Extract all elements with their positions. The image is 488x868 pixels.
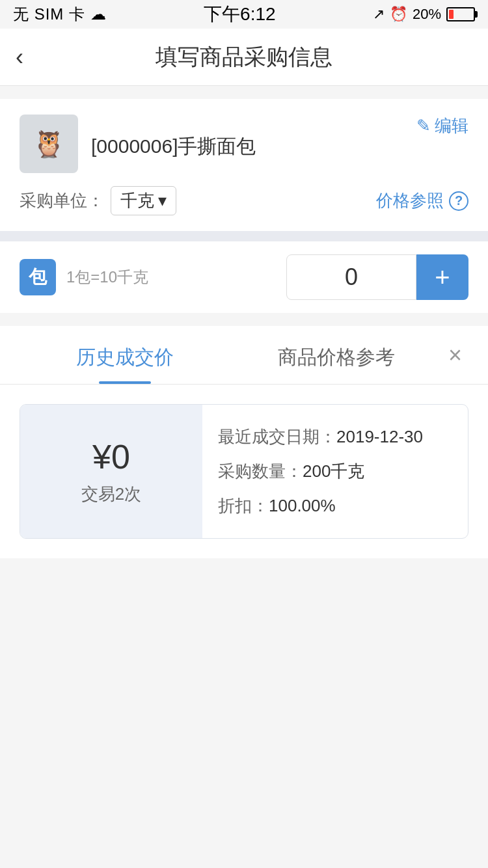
question-icon: ? [449, 191, 468, 211]
back-button[interactable]: ‹ [16, 44, 23, 71]
edit-label: 编辑 [435, 115, 468, 137]
purchase-qty-row: 采购数量：200千克 [218, 459, 452, 484]
purchase-qty-value: 200千克 [303, 461, 364, 481]
location-icon: ↗ [373, 6, 385, 23]
unit-label: 采购单位： [20, 189, 104, 212]
tabs-section: 历史成交价 商品价格参考 × [0, 326, 488, 385]
product-card: 🦉 [0000006]手撕面包 ✎ 编辑 采购单位： 千克 ▾ 价格参照 ? [0, 99, 488, 231]
discount-row: 折扣：100.00% [218, 493, 452, 519]
unit-equiv: 1包=10千克 [66, 267, 148, 288]
product-unit-row: 采购单位： 千克 ▾ 价格参照 ? [20, 186, 468, 215]
recent-date-value: 2019-12-30 [336, 427, 423, 446]
tab-history-price[interactable]: 历史成交价 [20, 326, 230, 384]
status-bar: 无 SIM 卡 ☁ 下午6:12 ↗ ⏰ 20% [0, 0, 488, 29]
alarm-icon: ⏰ [390, 6, 407, 23]
quantity-control: + [286, 254, 468, 300]
product-header: 🦉 [0000006]手撕面包 ✎ 编辑 [20, 115, 468, 173]
quantity-row: 包 1包=10千克 + [0, 241, 488, 313]
purchase-qty-label: 采购数量： [218, 461, 303, 481]
tab-product-price-ref[interactable]: 商品价格参考 [230, 326, 441, 384]
price-ref-label: 价格参照 [376, 189, 444, 212]
unit-select-area: 采购单位： 千克 ▾ [20, 186, 176, 215]
quantity-plus-button[interactable]: + [416, 254, 468, 300]
price-amount: ¥0 [92, 437, 130, 476]
battery-percent: 20% [413, 6, 441, 23]
detail-section: 最近成交日期：2019-12-30 采购数量：200千克 折扣：100.00% [202, 405, 468, 538]
tab-close-button[interactable]: × [442, 337, 468, 373]
product-left: 🦉 [0000006]手撕面包 [20, 115, 256, 173]
unit-box: 包 [20, 259, 56, 295]
tab-history-label: 历史成交价 [76, 346, 174, 368]
section-divider [0, 231, 488, 241]
quantity-input[interactable] [286, 254, 416, 300]
history-content: ¥0 交易2次 最近成交日期：2019-12-30 采购数量：200千克 折扣：… [0, 385, 488, 558]
product-name: [0000006]手撕面包 [91, 133, 256, 160]
recent-date-row: 最近成交日期：2019-12-30 [218, 424, 452, 450]
tab-price-ref-label: 商品价格参考 [278, 346, 395, 368]
unit-value: 千克 [120, 189, 154, 212]
status-time: 下午6:12 [204, 2, 276, 27]
edit-button[interactable]: ✎ 编辑 [416, 115, 468, 137]
recent-date-label: 最近成交日期： [218, 427, 336, 446]
product-thumbnail: 🦉 [20, 115, 78, 173]
nav-bar: ‹ 填写商品采购信息 [0, 29, 488, 86]
unit-info: 包 1包=10千克 [20, 259, 148, 295]
price-reference-button[interactable]: 价格参照 ? [376, 189, 468, 212]
page-title: 填写商品采购信息 [156, 42, 332, 72]
battery-icon [446, 7, 475, 21]
discount-value: 100.00% [269, 496, 336, 515]
history-card: ¥0 交易2次 最近成交日期：2019-12-30 采购数量：200千克 折扣：… [20, 404, 468, 539]
trade-count: 交易2次 [81, 483, 141, 506]
status-right: ↗ ⏰ 20% [373, 6, 475, 23]
discount-label: 折扣： [218, 496, 269, 515]
price-section: ¥0 交易2次 [20, 405, 202, 538]
status-signal: 无 SIM 卡 ☁ [13, 4, 107, 25]
chevron-down-icon: ▾ [158, 191, 167, 211]
battery-tip [475, 11, 478, 18]
edit-icon: ✎ [416, 116, 431, 136]
unit-dropdown[interactable]: 千克 ▾ [111, 186, 176, 215]
product-image-icon: 🦉 [33, 129, 65, 159]
battery-fill [449, 10, 454, 19]
